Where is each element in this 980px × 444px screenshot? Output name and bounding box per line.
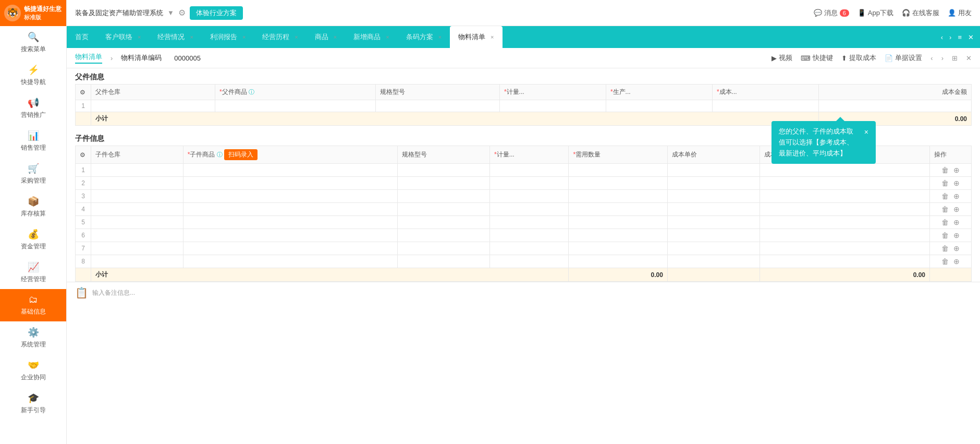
trial-button[interactable]: 体验行业方案 <box>190 6 243 20</box>
tab-close-icon[interactable]: × <box>138 34 141 40</box>
child-cost-amount-6[interactable] <box>760 229 929 242</box>
tab-bom[interactable]: 物料清单 × <box>450 26 502 48</box>
child-qty-unit-4[interactable] <box>490 203 569 216</box>
copy-icon[interactable]: ⊕ <box>952 205 961 213</box>
child-qty-unit-5[interactable] <box>490 216 569 229</box>
delete-icon[interactable]: 🗑 <box>940 205 950 213</box>
child-unit-cost-4[interactable] <box>667 203 760 216</box>
delete-icon[interactable]: 🗑 <box>940 231 950 239</box>
child-warehouse-8[interactable] <box>91 255 183 268</box>
copy-icon[interactable]: ⊕ <box>952 166 961 174</box>
tab-prev-icon[interactable]: ‹ <box>939 33 945 41</box>
child-cost-amount-7[interactable] <box>760 242 929 255</box>
child-cost-amount-5[interactable] <box>760 216 929 229</box>
sidebar-item-collaboration[interactable]: 🤝 企业协同 <box>0 354 66 387</box>
tooltip-close-btn[interactable]: × <box>864 126 868 138</box>
tab-history[interactable]: 经营历程 × <box>254 26 306 48</box>
tab-close-icon[interactable]: × <box>386 34 389 40</box>
child-qty-unit-6[interactable] <box>490 229 569 242</box>
tab-product[interactable]: 商品 × <box>307 26 345 48</box>
copy-icon[interactable]: ⊕ <box>952 179 961 187</box>
tab-profit[interactable]: 利润报告 × <box>202 26 254 48</box>
system-dropdown-icon[interactable]: ▼ <box>167 9 174 17</box>
child-spec-5[interactable] <box>398 216 490 229</box>
parent-product-cell[interactable] <box>215 100 376 112</box>
sidebar-item-purchase[interactable]: 🛒 采购管理 <box>0 158 66 190</box>
child-need-qty-1[interactable] <box>569 164 667 177</box>
extract-cost-btn[interactable]: ⬆ 提取成本 <box>841 53 876 63</box>
parent-cost-cell[interactable] <box>712 100 818 112</box>
tab-close-icon[interactable]: × <box>334 34 337 40</box>
message-item[interactable]: 💬 消息 6 <box>814 8 849 18</box>
child-qty-unit-8[interactable] <box>490 255 569 268</box>
child-product-4[interactable] <box>183 203 398 216</box>
child-need-qty-3[interactable] <box>569 190 667 203</box>
tab-customer[interactable]: 客户联络 × <box>97 26 149 48</box>
view-video-btn[interactable]: ▶ 视频 <box>771 53 792 63</box>
tab-operations[interactable]: 经营情况 × <box>149 26 201 48</box>
delete-icon[interactable]: 🗑 <box>940 257 950 266</box>
child-need-qty-6[interactable] <box>569 229 667 242</box>
child-warehouse-7[interactable] <box>91 242 183 255</box>
copy-icon[interactable]: ⊕ <box>952 231 961 239</box>
child-product-1[interactable] <box>183 164 398 177</box>
app-download-item[interactable]: 📱 App下载 <box>858 8 893 18</box>
child-unit-cost-8[interactable] <box>667 255 760 268</box>
sidebar-item-marketing[interactable]: 📢 营销推广 <box>0 92 66 125</box>
child-qty-unit-3[interactable] <box>490 190 569 203</box>
single-settings-btn[interactable]: 📄 单据设置 <box>885 53 922 63</box>
child-spec-2[interactable] <box>398 177 490 190</box>
child-need-qty-8[interactable] <box>569 255 667 268</box>
sidebar-item-quicknav[interactable]: ⚡ 快捷导航 <box>0 59 66 92</box>
sidebar-item-system[interactable]: ⚙️ 系统管理 <box>0 321 66 354</box>
sidebar-item-guide[interactable]: 🎓 新手引导 <box>0 387 66 420</box>
parent-cost-amount-cell[interactable] <box>818 100 971 112</box>
delete-icon[interactable]: 🗑 <box>940 166 950 174</box>
child-product-5[interactable] <box>183 216 398 229</box>
child-qty-unit-7[interactable] <box>490 242 569 255</box>
close-content-icon[interactable]: ✕ <box>966 54 972 62</box>
tab-close-icon[interactable]: × <box>295 34 298 40</box>
child-product-8[interactable] <box>183 255 398 268</box>
sidebar-item-sales[interactable]: 📊 销售管理 <box>0 125 66 158</box>
child-unit-cost-1[interactable] <box>667 164 760 177</box>
child-unit-cost-6[interactable] <box>667 229 760 242</box>
online-service-item[interactable]: 🎧 在线客服 <box>902 8 939 18</box>
child-warehouse-4[interactable] <box>91 203 183 216</box>
delete-icon[interactable]: 🗑 <box>940 179 950 187</box>
close-all-icon[interactable]: ✕ <box>966 33 976 41</box>
child-spec-4[interactable] <box>398 203 490 216</box>
child-unit-cost-7[interactable] <box>667 242 760 255</box>
child-warehouse-6[interactable] <box>91 229 183 242</box>
parent-production-cell[interactable] <box>606 100 712 112</box>
child-cost-amount-2[interactable] <box>760 177 929 190</box>
delete-icon[interactable]: 🗑 <box>940 218 950 226</box>
child-product-7[interactable] <box>183 242 398 255</box>
delete-icon[interactable]: 🗑 <box>940 244 950 253</box>
child-product-6[interactable] <box>183 229 398 242</box>
child-product-2[interactable] <box>183 177 398 190</box>
tab-close-icon[interactable]: × <box>491 34 494 40</box>
child-warehouse-2[interactable] <box>91 177 183 190</box>
child-qty-unit-2[interactable] <box>490 177 569 190</box>
child-need-qty-5[interactable] <box>569 216 667 229</box>
child-cost-amount-3[interactable] <box>760 190 929 203</box>
sidebar-item-search[interactable]: 🔍 搜索菜单 <box>0 26 66 59</box>
nav-left-icon[interactable]: ‹ <box>930 54 933 62</box>
child-spec-6[interactable] <box>398 229 490 242</box>
tab-close-icon[interactable]: × <box>190 34 193 40</box>
child-unit-cost-3[interactable] <box>667 190 760 203</box>
sidebar-item-finance[interactable]: 💰 资金管理 <box>0 223 66 256</box>
copy-icon[interactable]: ⊕ <box>952 218 961 226</box>
parent-warehouse-cell[interactable] <box>91 100 215 112</box>
child-qty-unit-1[interactable] <box>490 164 569 177</box>
child-unit-cost-2[interactable] <box>667 177 760 190</box>
tab-new-product[interactable]: 新增商品 × <box>345 26 397 48</box>
shortcut-btn[interactable]: ⌨ 快捷键 <box>801 53 833 63</box>
child-need-qty-7[interactable] <box>569 242 667 255</box>
child-spec-7[interactable] <box>398 242 490 255</box>
settings-icon[interactable]: ⚙ <box>178 8 186 18</box>
grid-icon[interactable]: ⊞ <box>952 54 958 62</box>
child-spec-3[interactable] <box>398 190 490 203</box>
tab-close-icon[interactable]: × <box>242 34 246 40</box>
